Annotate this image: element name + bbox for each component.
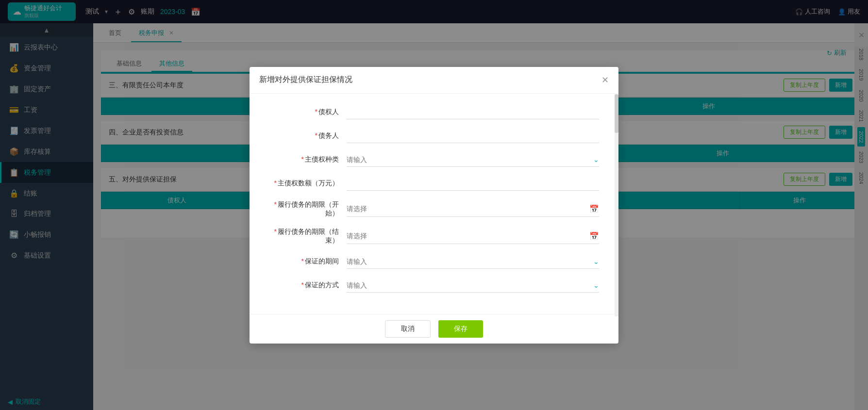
select-guarantee-period[interactable]: ⌄ [347, 255, 599, 269]
dialog-scrollbar[interactable] [615, 94, 618, 316]
input-guarantee-period[interactable] [347, 258, 593, 265]
select-claim-type[interactable]: ⌄ [347, 153, 599, 167]
chevron-down-icon-3[interactable]: ⌄ [593, 281, 599, 289]
form-row-period-start: *履行债务的期限（开始） 📅 [269, 200, 599, 218]
form-row-guarantee-method: *保证的方式 ⌄ [269, 279, 599, 293]
form-row-creditor: *债权人 [269, 105, 599, 119]
input-creditor[interactable] [347, 105, 599, 119]
form-row-debtor: *债务人 [269, 129, 599, 143]
input-claim-type[interactable] [347, 156, 593, 164]
input-claim-amount[interactable] [347, 177, 599, 191]
label-guarantee-method: *保证的方式 [269, 281, 347, 290]
form-row-guarantee-period: *保证的期间 ⌄ [269, 255, 599, 269]
form-row-claim-amount: *主债权数额（万元） [269, 177, 599, 191]
label-claim-amount: *主债权数额（万元） [269, 179, 347, 188]
calendar-end-icon[interactable]: 📅 [589, 231, 599, 241]
dialog: 新增对外提供保证担保情况 ✕ *债权人 *债务人 *主债权种类 [250, 67, 618, 344]
select-guarantee-method[interactable]: ⌄ [347, 279, 599, 293]
calendar-start-icon[interactable]: 📅 [589, 204, 599, 213]
dialog-footer: 取消 保存 [250, 314, 618, 344]
chevron-down-icon-2[interactable]: ⌄ [593, 258, 599, 265]
input-debtor[interactable] [347, 129, 599, 143]
label-claim-type: *主债权种类 [269, 155, 347, 164]
label-period-start: *履行债务的期限（开始） [269, 200, 347, 218]
dialog-close-icon[interactable]: ✕ [601, 75, 609, 85]
dialog-header: 新增对外提供保证担保情况 ✕ [250, 67, 618, 94]
label-period-end: *履行债务的期限（结束） [269, 228, 347, 245]
chevron-down-icon[interactable]: ⌄ [593, 156, 599, 164]
dialog-title: 新增对外提供保证担保情况 [259, 75, 352, 85]
label-guarantee-period: *保证的期间 [269, 257, 347, 266]
input-guarantee-method[interactable] [347, 281, 593, 289]
input-period-start[interactable] [347, 205, 589, 213]
dialog-scrollbar-thumb[interactable] [615, 94, 618, 133]
form-row-claim-type: *主债权种类 ⌄ [269, 153, 599, 167]
form-row-period-end: *履行债务的期限（结束） 📅 [269, 228, 599, 245]
label-creditor: *债权人 [269, 108, 347, 116]
cancel-button[interactable]: 取消 [385, 320, 431, 338]
input-period-end[interactable] [347, 232, 589, 240]
label-debtor: *债务人 [269, 131, 347, 140]
date-period-start[interactable]: 📅 [347, 201, 599, 217]
date-period-end[interactable]: 📅 [347, 229, 599, 244]
modal-overlay: 新增对外提供保证担保情况 ✕ *债权人 *债务人 *主债权种类 [0, 0, 868, 410]
save-button[interactable]: 保存 [438, 320, 483, 338]
dialog-body: *债权人 *债务人 *主债权种类 ⌄ [250, 94, 618, 314]
